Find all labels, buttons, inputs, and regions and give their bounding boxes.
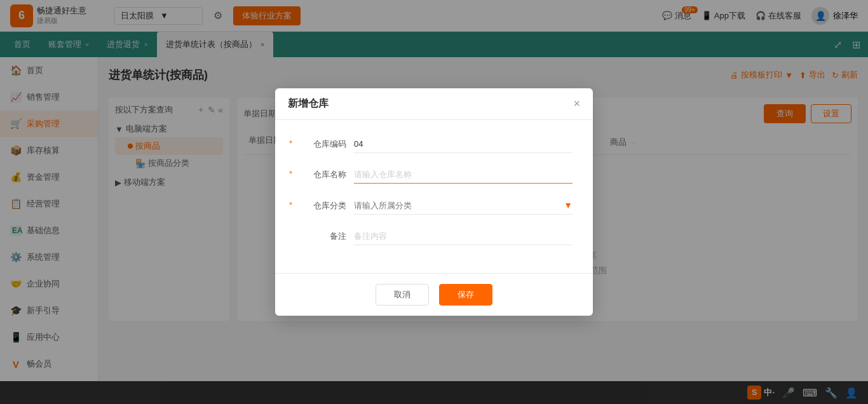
modal-close-button[interactable]: × — [573, 97, 580, 111]
modal-body: 仓库编码 仓库名称 仓库分类 ▼ 备注 — [275, 120, 593, 273]
code-input[interactable] — [354, 135, 573, 153]
category-arrow-icon[interactable]: ▼ — [564, 200, 573, 210]
form-row-note: 备注 — [295, 227, 573, 245]
modal-title: 新增仓库 — [288, 97, 329, 111]
modal-footer: 取消 保存 — [275, 273, 593, 316]
category-label: 仓库分类 — [295, 200, 346, 212]
name-input[interactable] — [354, 166, 573, 184]
modal: 新增仓库 × 仓库编码 仓库名称 仓库分类 ▼ — [275, 88, 593, 316]
cancel-button[interactable]: 取消 — [376, 284, 429, 306]
name-label: 仓库名称 — [295, 169, 346, 180]
save-button[interactable]: 保存 — [439, 284, 492, 306]
form-row-category: 仓库分类 ▼ — [295, 196, 573, 215]
note-label: 备注 — [295, 231, 346, 242]
modal-header: 新增仓库 × — [275, 88, 593, 120]
modal-overlay: 新增仓库 × 仓库编码 仓库名称 仓库分类 ▼ — [0, 0, 868, 404]
note-input[interactable] — [354, 227, 573, 245]
form-row-code: 仓库编码 — [295, 135, 573, 153]
category-input[interactable] — [354, 201, 564, 210]
code-label: 仓库编码 — [295, 138, 346, 150]
category-select-row: ▼ — [354, 196, 573, 215]
form-row-name: 仓库名称 — [295, 166, 573, 184]
